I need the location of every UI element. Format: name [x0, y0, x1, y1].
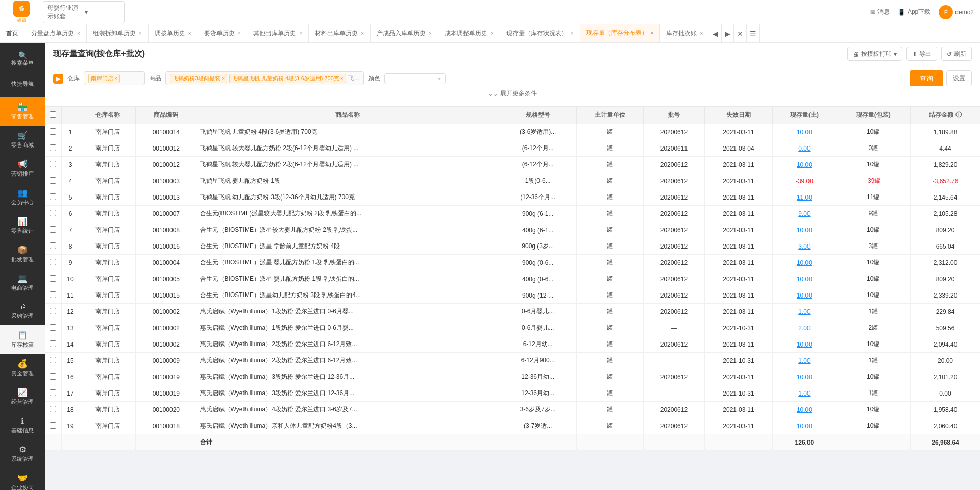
product-tag-1[interactable]: 飞鹤奶粉3段两提装 × [170, 74, 227, 83]
row-checkbox[interactable] [50, 275, 56, 282]
row-checkbox[interactable] [50, 373, 56, 380]
app-download-btn[interactable]: 📱 App下载 [898, 8, 930, 16]
sidebar-item-电商管理[interactable]: 💻 电商管理 [0, 268, 45, 297]
row-qty[interactable]: 2.00 [773, 320, 836, 336]
sidebar-item-quick-nav[interactable]: 快捷导航 [0, 75, 45, 93]
row-checkbox-cell[interactable] [45, 173, 61, 189]
sidebar-item-会员中心[interactable]: 👥 会员中心 [0, 183, 45, 211]
row-checkbox[interactable] [50, 193, 56, 200]
sidebar-item-资金管理[interactable]: 💰 资金管理 [0, 354, 45, 382]
row-checkbox[interactable] [50, 324, 56, 331]
row-qty[interactable]: 1.00 [773, 353, 836, 369]
product-filter-more[interactable]: 飞... [348, 74, 359, 83]
row-checkbox-cell[interactable] [45, 385, 61, 402]
color-filter-input[interactable]: ▾ [384, 73, 446, 84]
row-qty[interactable]: 10.00 [773, 287, 836, 304]
tab-产成品入库单历史[interactable]: 产成品入库单历史 × [371, 24, 438, 43]
row-qty[interactable]: 10.00 [773, 402, 836, 418]
tab-close-icon[interactable]: × [491, 31, 494, 36]
row-checkbox[interactable] [50, 406, 56, 412]
row-qty[interactable]: 1.00 [773, 385, 836, 402]
row-checkbox-cell[interactable] [45, 304, 61, 320]
tab-close-icon[interactable]: × [188, 31, 191, 36]
message-btn[interactable]: ✉ 消息 [870, 8, 890, 16]
row-checkbox[interactable] [50, 422, 56, 429]
sidebar-item-零售管理[interactable]: 🏪 零售管理 [0, 97, 45, 126]
row-checkbox[interactable] [50, 226, 56, 233]
row-checkbox[interactable] [50, 177, 56, 184]
query-btn[interactable]: 查询 [910, 70, 943, 86]
sidebar-item-零售商城[interactable]: 🛒 零售商城 [0, 126, 45, 154]
sidebar-item-采购管理[interactable]: 🛍 采购管理 [0, 297, 45, 325]
row-qty[interactable]: 10.00 [773, 157, 836, 173]
product-tag-2[interactable]: 飞鹤星飞帆 儿童奶粉 4段(3-6岁适用) 700克 × [229, 74, 346, 83]
store-selector[interactable]: 母婴行业演示账套 ▾ [43, 1, 125, 23]
row-qty[interactable]: 3.00 [773, 238, 836, 255]
tab-调拨单历史[interactable]: 调拨单历史 × [149, 24, 198, 43]
tab-分量盘点单历史[interactable]: 分量盘点单历史 × [25, 24, 87, 43]
row-checkbox-cell[interactable] [45, 189, 61, 206]
row-checkbox-cell[interactable] [45, 369, 61, 385]
tab-要货单历史[interactable]: 要货单历史 × [198, 24, 248, 43]
row-checkbox[interactable] [50, 242, 56, 249]
tab-prev-btn[interactable]: ◀ [709, 24, 722, 42]
user-profile[interactable]: E demo2 [939, 5, 974, 19]
row-checkbox-cell[interactable] [45, 140, 61, 157]
tab-材料出库单历史[interactable]: 材料出库单历史 × [309, 24, 371, 43]
sidebar-item-企业协同[interactable]: 🤝 企业协同 [0, 468, 45, 490]
row-checkbox[interactable] [50, 357, 56, 363]
tab-close-icon[interactable]: × [651, 30, 654, 36]
settings-btn[interactable]: 设置 [946, 70, 972, 86]
row-checkbox[interactable] [50, 128, 56, 135]
row-qty[interactable]: 1.00 [773, 304, 836, 320]
tab-close-icon[interactable]: × [571, 31, 574, 36]
tab-现存量库存状况表[interactable]: 现存量（库存状况表） × [500, 24, 580, 43]
row-qty[interactable]: 10.00 [773, 369, 836, 385]
row-checkbox-cell[interactable] [45, 255, 61, 271]
row-checkbox[interactable] [50, 291, 56, 298]
filter-expand-btn[interactable]: ▶ [53, 74, 63, 84]
expand-more-btn[interactable]: ⌄⌄ 展开更多条件 [53, 86, 972, 101]
tab-其他出库单历史[interactable]: 其他出库单历史 × [247, 24, 309, 43]
tab-close-icon[interactable]: × [299, 31, 302, 36]
warehouse-filter-group[interactable]: 南岸门店 × [84, 71, 145, 85]
row-checkbox-cell[interactable] [45, 336, 61, 353]
print-btn[interactable]: 🖨 按模板打印 ▾ [847, 47, 902, 61]
sidebar-item-营销推广[interactable]: 📢 营销推广 [0, 154, 45, 183]
row-qty[interactable]: 10.00 [773, 124, 836, 140]
row-checkbox[interactable] [50, 144, 56, 151]
row-checkbox-cell[interactable] [45, 287, 61, 304]
row-checkbox-cell[interactable] [45, 271, 61, 287]
tab-库存批次账[interactable]: 库存批次账 × [660, 24, 709, 43]
sidebar-item-批发管理[interactable]: 📦 批发管理 [0, 240, 45, 268]
tab-close-icon[interactable]: × [238, 31, 241, 36]
th-checkbox[interactable] [45, 107, 61, 124]
row-checkbox-cell[interactable] [45, 157, 61, 173]
row-qty[interactable]: 10.00 [773, 418, 836, 434]
tab-home[interactable]: 首页 [0, 24, 25, 43]
select-all-checkbox[interactable] [50, 111, 56, 118]
row-checkbox-cell[interactable] [45, 124, 61, 140]
tab-现存量库存分布表[interactable]: 现存量（库存分布表） × [580, 24, 660, 43]
tab-close-all-btn[interactable]: ✕ [734, 24, 747, 42]
row-qty[interactable]: -39.00 [773, 173, 836, 189]
product-tag-1-close-icon[interactable]: × [222, 76, 225, 81]
row-qty[interactable]: 10.00 [773, 271, 836, 287]
row-checkbox-cell[interactable] [45, 320, 61, 336]
sidebar-item-经营管理[interactable]: 📈 经营管理 [0, 382, 45, 411]
product-tag-2-close-icon[interactable]: × [340, 76, 344, 81]
row-checkbox-cell[interactable] [45, 402, 61, 418]
sidebar-item-零售统计[interactable]: 📊 零售统计 [0, 211, 45, 240]
row-checkbox-cell[interactable] [45, 238, 61, 255]
tab-menu-btn[interactable]: ☰ [747, 24, 760, 42]
row-checkbox[interactable] [50, 389, 56, 396]
row-qty[interactable]: 10.00 [773, 222, 836, 238]
row-qty[interactable]: 0.00 [773, 140, 836, 157]
tab-close-icon[interactable]: × [77, 31, 80, 36]
row-checkbox[interactable] [50, 340, 56, 347]
tab-组装拆卸单历史[interactable]: 组装拆卸单历史 × [87, 24, 149, 43]
row-checkbox-cell[interactable] [45, 418, 61, 434]
warehouse-tag[interactable]: 南岸门店 × [88, 74, 120, 83]
sidebar-item-库存核算[interactable]: 📋 库存核算 [0, 325, 45, 354]
row-checkbox-cell[interactable] [45, 353, 61, 369]
